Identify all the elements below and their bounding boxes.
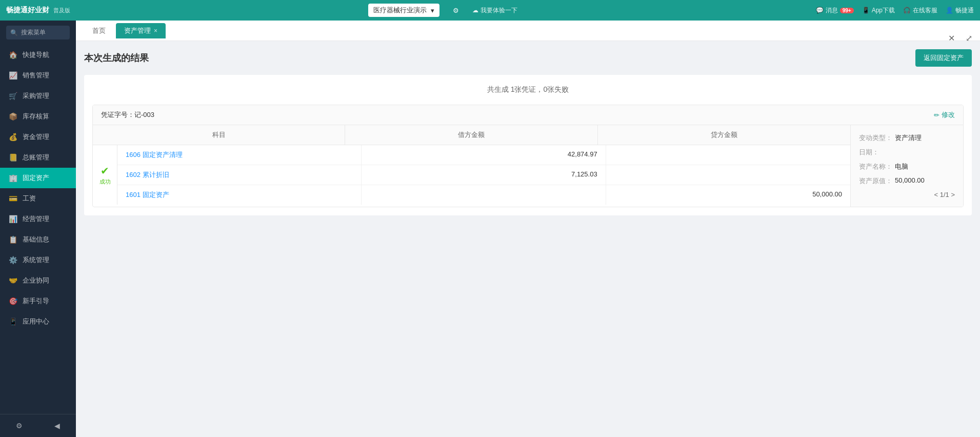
app-download-label: App下载 — [872, 6, 895, 15]
voucher-number: 凭证字号：记-003 — [101, 110, 154, 120]
result-summary: 共生成 1张凭证，0张失败 — [84, 75, 972, 105]
sidebar-item-quick-nav[interactable]: 🏠 快捷导航 — [0, 45, 76, 65]
sidebar-item-label: 快捷导航 — [23, 50, 49, 59]
business-icon: 📊 — [8, 214, 17, 224]
sidebar-item-fixed-assets[interactable]: 🏢 固定资产 — [0, 168, 76, 188]
company-name: 医疗器械行业演示 — [373, 6, 427, 15]
ledger-icon: 📒 — [8, 153, 17, 162]
edit-button[interactable]: ✏ 修改 — [934, 110, 955, 120]
asset-name-label: 资产名称： — [859, 162, 895, 171]
modal-controls: ✕ ⤢ — [944, 31, 976, 45]
tab-close-btn[interactable]: × — [154, 27, 157, 34]
original-value-value: 50,000.00 — [895, 176, 925, 186]
payroll-icon: 💳 — [8, 194, 17, 203]
summary-text: 共生成 1张凭证，0张失败 — [487, 85, 569, 93]
return-button[interactable]: 返回固定资产 — [915, 49, 972, 67]
sidebar-item-funds[interactable]: 💰 资金管理 — [0, 127, 76, 147]
dropdown-icon: ▾ — [431, 7, 434, 14]
sidebar-item-payroll[interactable]: 💳 工资 — [0, 188, 76, 209]
quick-nav-icon: 🏠 — [8, 50, 17, 59]
sidebar-menu: 🏠 快捷导航 📈 销售管理 🛒 采购管理 📦 库存核算 💰 资金管理 📒 — [0, 45, 76, 414]
sidebar-item-guide[interactable]: 🎯 新手引导 — [0, 291, 76, 311]
header-debit: 借方金额 — [345, 125, 597, 145]
voucher-section: 凭证字号：记-003 ✏ 修改 科目 — [92, 105, 964, 207]
sidebar-item-label: 经营管理 — [23, 214, 49, 224]
cell-debit-2: 7,125.03 — [362, 165, 606, 185]
sidebar-item-inventory[interactable]: 📦 库存核算 — [0, 106, 76, 127]
side-panel: 变动类型： 资产清理 日期： 资产名称： 电脑 — [850, 125, 963, 207]
sidebar-item-ledger[interactable]: 📒 总账管理 — [0, 147, 76, 168]
expand-modal-btn[interactable]: ⤢ — [962, 31, 976, 45]
date-label: 日期： — [859, 148, 895, 157]
cloud-icon: ☁ — [472, 7, 478, 14]
messages-btn[interactable]: 💬 消息 99+ — [816, 6, 854, 15]
table-main: 科目 借方金额 贷方金额 — [93, 125, 850, 207]
sidebar-item-base-info[interactable]: 📋 基础信息 — [0, 229, 76, 250]
cell-debit-3 — [362, 185, 606, 205]
topbar-left: 畅捷通好业财 普及版 — [6, 6, 70, 15]
table-row: 1606 固定资产清理 42,874.97 — [117, 145, 850, 165]
sidebar-item-label: 系统管理 — [23, 255, 49, 265]
change-type-value: 资产清理 — [895, 133, 922, 143]
change-type-row: 变动类型： 资产清理 — [859, 133, 955, 143]
service-icon: 🎧 — [903, 7, 911, 14]
cell-subject-2[interactable]: 1602 累计折旧 — [117, 165, 362, 185]
cell-debit-1: 42,874.97 — [362, 145, 606, 165]
user-btn[interactable]: 👤 畅捷通 — [946, 6, 974, 15]
header-subject: 科目 — [93, 125, 345, 145]
gear-icon: ⚙ — [453, 7, 459, 14]
edit-label: 修改 — [942, 110, 955, 120]
table-rows-wrapper: ✔ 成功 1606 固定资产清理 — [93, 145, 850, 205]
company-selector[interactable]: 医疗器械行业演示 ▾ — [368, 4, 439, 17]
tab-asset-management[interactable]: 资产管理 × — [116, 23, 166, 38]
sidebar-item-purchase[interactable]: 🛒 采购管理 — [0, 86, 76, 106]
sidebar: 🔍 搜索菜单 🏠 快捷导航 📈 销售管理 🛒 采购管理 📦 库存核算 — [0, 21, 76, 437]
experience-label: 我要体验一下 — [481, 6, 517, 15]
close-modal-btn[interactable]: ✕ — [944, 31, 958, 45]
cell-subject-3[interactable]: 1601 固定资产 — [117, 185, 362, 205]
messages-label: 消息 — [826, 6, 838, 15]
sidebar-item-business[interactable]: 📊 经营管理 — [0, 209, 76, 229]
sales-icon: 📈 — [8, 71, 17, 80]
sidebar-item-label: 销售管理 — [23, 71, 49, 80]
cell-credit-3: 50,000.00 — [606, 185, 850, 205]
sidebar-search[interactable]: 🔍 搜索菜单 — [0, 21, 76, 45]
search-label: 搜索菜单 — [21, 28, 46, 37]
edit-icon: ✏ — [934, 111, 939, 119]
search-input-wrapper[interactable]: 🔍 搜索菜单 — [6, 26, 70, 39]
topbar-right: 💬 消息 99+ 📱 App下载 🎧 在线客服 👤 畅捷通 — [816, 6, 974, 15]
app-download-btn[interactable]: 📱 App下载 — [862, 6, 895, 15]
sidebar-item-label: 采购管理 — [23, 91, 49, 101]
pagination[interactable]: < 1/1 > — [859, 191, 955, 198]
sidebar-item-label: 工资 — [23, 194, 36, 203]
voucher-header: 凭证字号：记-003 ✏ 修改 — [93, 105, 963, 125]
table-rows: 1606 固定资产清理 42,874.97 — [117, 145, 850, 205]
original-value-row: 资产原值： 50,000.00 — [859, 176, 955, 186]
settings-btn[interactable]: ⚙ — [448, 5, 464, 16]
tab-home-label: 首页 — [92, 27, 106, 34]
sidebar-item-label: 固定资产 — [23, 173, 49, 183]
success-icon: ✔ — [101, 165, 109, 177]
sidebar-item-label: 库存核算 — [23, 112, 49, 121]
original-value-label: 资产原值： — [859, 176, 895, 186]
experience-btn[interactable]: ☁ 我要体验一下 — [472, 6, 517, 15]
collapse-icon[interactable]: ◀ — [51, 419, 63, 433]
page-content: 本次生成的结果 返回固定资产 共生成 1张凭证，0张失败 凭证字号：记-003 … — [76, 41, 980, 437]
cell-subject-1[interactable]: 1606 固定资产清理 — [117, 145, 362, 165]
main-layout: 🔍 搜索菜单 🏠 快捷导航 📈 销售管理 🛒 采购管理 📦 库存核算 — [0, 21, 980, 437]
tab-home[interactable]: 首页 — [84, 23, 114, 38]
funds-icon: 💰 — [8, 132, 17, 142]
sidebar-item-system[interactable]: ⚙️ 系统管理 — [0, 250, 76, 270]
tab-bar: 首页 资产管理 × — [76, 21, 980, 41]
sidebar-item-label: 基础信息 — [23, 235, 49, 244]
online-service-btn[interactable]: 🎧 在线客服 — [903, 6, 937, 15]
voucher-table: 科目 借方金额 贷方金额 — [93, 125, 963, 207]
sidebar-item-sales[interactable]: 📈 销售管理 — [0, 65, 76, 86]
settings-bottom-icon[interactable]: ⚙ — [13, 419, 26, 433]
asset-name-value: 电脑 — [895, 162, 908, 171]
sidebar-item-enterprise[interactable]: 🤝 企业协同 — [0, 270, 76, 291]
date-row: 日期： — [859, 148, 955, 157]
sidebar-item-app-center[interactable]: 📱 应用中心 — [0, 311, 76, 332]
download-icon: 📱 — [862, 7, 870, 14]
user-icon: 👤 — [946, 7, 953, 14]
